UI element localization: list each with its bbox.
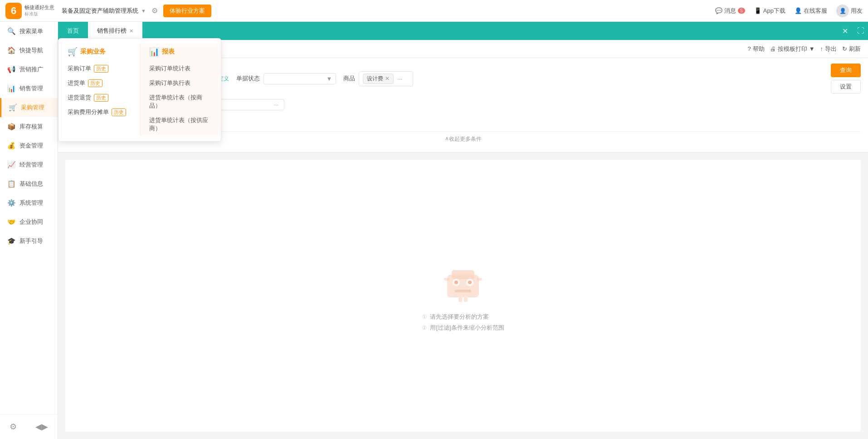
menu-item-return[interactable]: 进货退货 历史 xyxy=(64,90,134,105)
goods-ellipsis[interactable]: ··· xyxy=(395,75,404,82)
hist-badge-2[interactable]: 历史 xyxy=(94,94,108,102)
message-badge: 5 xyxy=(738,8,745,14)
sidebar-item-sales[interactable]: 📊 销售管理 xyxy=(0,79,58,98)
service-icon: 👤 xyxy=(795,7,802,14)
sidebar-item-enterprise[interactable]: 🤝 企业协同 xyxy=(0,212,58,232)
logo-text: 畅捷通好生意 xyxy=(24,4,54,10)
collapse-icon: ∧ xyxy=(445,135,449,143)
sidebar-collapse-btn[interactable]: ◀▶ xyxy=(32,418,52,435)
tab-bar-expand-btn[interactable]: ⛶ xyxy=(853,27,868,35)
sidebar-item-operations[interactable]: 📈 经营管理 xyxy=(0,155,58,174)
top-bar: 6 畅捷通好生意 标准版 装备及固定资产辅助管理系统 ▼ ⚙ 体验行业方案 💬 … xyxy=(0,0,868,22)
purchase-icon: 🛒 xyxy=(9,104,17,112)
svg-rect-10 xyxy=(464,297,468,302)
user-menu[interactable]: 👤 用友 xyxy=(836,5,863,17)
status-select[interactable]: ▼ xyxy=(263,73,336,84)
sales-icon: 📊 xyxy=(7,84,16,93)
query-btn[interactable]: 查询 xyxy=(831,64,861,77)
industry-btn[interactable]: 体验行业方案 xyxy=(163,5,211,17)
sidebar-item-system[interactable]: ⚙️ 系统管理 xyxy=(0,193,58,212)
top-right: 💬 消息 5 📱 App下载 👤 在线客服 👤 用友 xyxy=(715,5,863,17)
marketing-icon: 📢 xyxy=(7,65,16,74)
goods-tag: 设计费 ✕ xyxy=(363,74,394,84)
print-template-btn[interactable]: 🖨 按模板打印 ▼ xyxy=(770,45,815,53)
home-icon: 🏠 xyxy=(7,46,16,54)
tab-close-icon[interactable]: ✕ xyxy=(129,28,133,34)
system-icon: ⚙️ xyxy=(7,199,16,207)
system-dropdown-icon[interactable]: ▼ xyxy=(141,8,146,14)
online-service-btn[interactable]: 👤 在线客服 xyxy=(795,7,827,15)
phone-icon: 📱 xyxy=(754,7,761,14)
settings-icon[interactable]: ⚙ xyxy=(151,6,158,15)
print-dropdown-icon: ▼ xyxy=(809,45,815,52)
sidebar-item-inventory[interactable]: 📦 库存核算 xyxy=(0,117,58,136)
sidebar-item-basic-info[interactable]: 📋 基础信息 xyxy=(0,174,58,193)
sidebar-item-marketing[interactable]: 📢 营销推广 xyxy=(0,60,58,79)
operations-icon: 📈 xyxy=(7,161,16,169)
tab-sales-rank[interactable]: 销售排行榜 ✕ xyxy=(88,22,142,40)
tab-bar: 首页 销售排行榜 ✕ ✕ ⛶ xyxy=(58,22,868,40)
menu-item-po-exec[interactable]: 采购订单执行表 xyxy=(146,76,216,90)
menu-item-purchase-order[interactable]: 采购订单 历史 xyxy=(64,61,134,76)
menu-col-purchase: 🛒 采购业务 采购订单 历史 进货单 历史 进货退货 历史 采购费用分摊单 历史 xyxy=(59,44,140,136)
menu-item-receipt-stats-supplier[interactable]: 进货单统计表（按供应商） xyxy=(146,113,216,136)
sidebar-item-purchase[interactable]: 🛒 采购管理 xyxy=(0,98,58,117)
help-btn[interactable]: ? 帮助 xyxy=(747,45,764,53)
search-icon: 🔍 xyxy=(7,27,16,35)
svg-rect-1 xyxy=(452,270,474,279)
menu-item-receipt-stats-goods[interactable]: 进货单统计表（按商品） xyxy=(146,90,216,113)
refresh-icon: ↻ xyxy=(842,45,847,52)
menu-item-receipt[interactable]: 进货单 历史 xyxy=(64,76,134,90)
system-title: 装备及固定资产辅助管理系统 xyxy=(62,7,138,15)
app-logo: 6 xyxy=(5,3,22,19)
app-download-btn[interactable]: 📱 App下载 xyxy=(754,7,785,15)
svg-rect-7 xyxy=(444,278,449,281)
hist-badge-0[interactable]: 历史 xyxy=(94,65,108,73)
sidebar-item-search[interactable]: 🔍 搜索菜单 xyxy=(0,22,58,41)
refresh-btn[interactable]: ↻ 刷新 xyxy=(842,45,861,53)
sidebar-settings-btn[interactable]: ⚙ xyxy=(6,418,20,435)
goods-select[interactable]: 设计费 ✕ ··· xyxy=(359,71,413,86)
status-label: 单据状态 xyxy=(236,74,260,83)
svg-rect-6 xyxy=(455,290,471,292)
logo-sub: 标准版 xyxy=(24,11,54,17)
settings-btn[interactable]: 设置 xyxy=(831,80,861,94)
menu-item-po-stats[interactable]: 采购订单统计表 xyxy=(146,61,216,76)
basic-info-icon: 📋 xyxy=(7,180,16,188)
status-filter-group: 单据状态 ▼ xyxy=(236,73,336,84)
empty-state: ① 请先选择要分析的方案 ② 用[过滤]条件来缩小分析范围 xyxy=(65,160,861,432)
sidebar-item-finance[interactable]: 💰 资金管理 xyxy=(0,136,58,155)
sidebar-item-nav[interactable]: 🏠 快捷导航 xyxy=(0,41,58,60)
svg-point-5 xyxy=(468,281,472,284)
finance-icon: 💰 xyxy=(7,142,16,150)
sidebar: 🔍 搜索菜单 🏠 快捷导航 📢 营销推广 📊 销售管理 🛒 采购管理 📦 xyxy=(0,22,58,439)
svg-rect-9 xyxy=(458,297,462,302)
help-icon: ? xyxy=(747,45,751,52)
purchase-col-icon: 🛒 xyxy=(68,47,78,57)
menu-col-purchase-title: 🛒 采购业务 xyxy=(64,44,134,61)
goods-filter-group: 商品 设计费 ✕ ··· xyxy=(343,71,413,86)
svg-rect-8 xyxy=(477,278,482,281)
inventory-icon: 📦 xyxy=(7,123,16,131)
logo-area: 6 畅捷通好生意 标准版 xyxy=(5,3,54,19)
hist-badge-3[interactable]: 历史 xyxy=(112,109,126,116)
purchase-dropdown-menu: 🛒 采购业务 采购订单 历史 进货单 历史 进货退货 历史 采购费用分摊单 历史 xyxy=(58,38,221,142)
menu-item-expense[interactable]: 采购费用分摊单 历史 xyxy=(64,105,134,119)
menu-col-report: 📊 报表 采购订单统计表 采购订单执行表 进货单统计表（按商品） 进货单统计表（… xyxy=(140,44,221,136)
sidebar-bottom: ⚙ ◀▶ xyxy=(0,414,58,439)
tab-bar-close-btn[interactable]: ✕ xyxy=(837,27,853,35)
export-btn[interactable]: ↑ 导出 xyxy=(820,45,837,53)
sidebar-item-guide[interactable]: 🎓 新手引导 xyxy=(0,232,58,251)
filter-actions: 查询 设置 xyxy=(831,64,861,94)
messages-btn[interactable]: 💬 消息 5 xyxy=(715,7,745,15)
avatar: 👤 xyxy=(836,5,849,17)
enterprise-icon: 🤝 xyxy=(7,218,16,226)
empty-icon xyxy=(436,259,490,304)
salesman-ellipsis[interactable]: ··· xyxy=(272,101,280,108)
tab-home[interactable]: 首页 xyxy=(58,22,88,40)
hist-badge-1[interactable]: 历史 xyxy=(88,79,102,87)
message-icon: 💬 xyxy=(715,7,722,14)
goods-tag-close[interactable]: ✕ xyxy=(385,75,390,82)
export-icon: ↑ xyxy=(820,45,824,52)
guide-icon: 🎓 xyxy=(7,237,16,245)
